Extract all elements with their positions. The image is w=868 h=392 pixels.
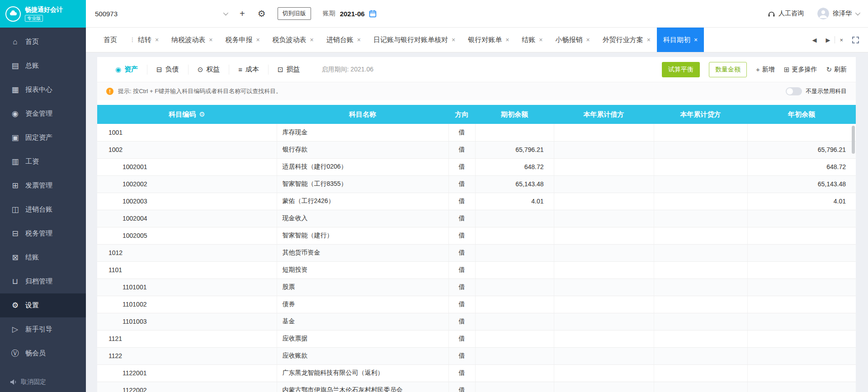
cell-code: 1002004 bbox=[97, 210, 277, 227]
tab-close-icon[interactable]: × bbox=[647, 36, 651, 43]
scrollbar-thumb[interactable] bbox=[852, 126, 855, 154]
tab[interactable]: 进销台账 × bbox=[320, 28, 367, 52]
tab-scroll-right-icon[interactable]: ▶ bbox=[821, 37, 835, 43]
cell-year-begin: 4.01 bbox=[747, 193, 856, 210]
table-row[interactable]: 1002001 适居科技（建行0206） 借 648.72 648.72 bbox=[97, 158, 856, 175]
table-row[interactable]: 1122002 内蒙古鄂市伊旗乌兰木伦石灰村村民委员会 借 bbox=[97, 382, 856, 392]
tab[interactable]: 小畅报销 × bbox=[549, 28, 596, 52]
table-row[interactable]: 1121 应收票据 借 bbox=[97, 330, 856, 347]
sidebar-item[interactable]: ⊔ 归档管理 bbox=[0, 269, 86, 293]
more-operations-button[interactable]: ⊞ 更多操作 bbox=[784, 66, 817, 74]
unpin-button[interactable]: 取消固定 bbox=[10, 378, 46, 386]
tab[interactable]: 银行对账单 × bbox=[462, 28, 515, 52]
fullscreen-icon[interactable] bbox=[848, 37, 863, 43]
sidebar-item[interactable]: ⊟ 税务管理 bbox=[0, 222, 86, 246]
cell-ytd-credit bbox=[654, 175, 747, 193]
table-row[interactable]: 1101003 基金 借 bbox=[97, 313, 856, 330]
category-tab[interactable]: ⊡ 损益 bbox=[269, 65, 309, 75]
tab[interactable]: 结账 × bbox=[515, 28, 549, 52]
cell-ytd-credit bbox=[654, 382, 747, 392]
sidebar-item[interactable]: ⚙ 设置 bbox=[0, 293, 86, 317]
cell-name: 广东黑龙智能科技有限公司（返利） bbox=[277, 364, 448, 382]
table-header-row: 科目编码 ⚙ 科目名称 方向 期初余额 本年累计借方 本年累计贷方 年初余额 bbox=[97, 105, 856, 124]
table-row[interactable]: 1002005 智家智能（建行） 借 bbox=[97, 227, 856, 244]
sidebar-item[interactable]: ▥ 工资 bbox=[0, 150, 86, 174]
cell-code: 1002002 bbox=[97, 175, 277, 193]
category-tab[interactable]: ≡ 成本 bbox=[229, 65, 269, 75]
refresh-button[interactable]: ↻ 刷新 bbox=[826, 66, 847, 74]
tab-label: 纳税波动表 bbox=[171, 36, 205, 44]
tab[interactable]: 外贸行业方案 × bbox=[596, 28, 657, 52]
user-menu[interactable]: 徐泽华 bbox=[817, 8, 859, 19]
quantity-amount-button[interactable]: 数量金额 bbox=[709, 62, 747, 77]
sidebar-item[interactable]: ◉ 资金管理 bbox=[0, 102, 86, 126]
table-row[interactable]: 1002003 蒙佑（工行2426） 借 4.01 4.01 bbox=[97, 193, 856, 210]
period-value[interactable]: 2021-06 bbox=[340, 10, 365, 18]
sidebar-item[interactable]: ◫ 进销台账 bbox=[0, 198, 86, 222]
tab-close-icon[interactable]: × bbox=[256, 36, 259, 43]
calendar-icon[interactable] bbox=[369, 10, 377, 18]
tab[interactable]: ⋮ 结转 × bbox=[123, 28, 165, 52]
sidebar-item[interactable]: ⊠ 结账 bbox=[0, 246, 86, 269]
category-tab[interactable]: ◉ 资产 bbox=[106, 65, 147, 75]
sidebar-item[interactable]: ▷ 新手引导 bbox=[0, 317, 86, 341]
table-row[interactable]: 1002002 智家智能（工行8355） 借 65,143.48 65,143.… bbox=[97, 175, 856, 193]
speaker-icon bbox=[10, 379, 17, 385]
sidebar-item[interactable]: ⌂ 首页 bbox=[0, 30, 86, 54]
support-button[interactable]: 人工咨询 bbox=[768, 9, 804, 18]
trial-balance-button[interactable]: 试算平衡 bbox=[662, 62, 700, 77]
tab[interactable]: 税负波动表 × bbox=[266, 28, 320, 52]
tab-scroll-left-icon[interactable]: ◀ bbox=[807, 37, 821, 43]
sidebar-item[interactable]: ▣ 固定资产 bbox=[0, 126, 86, 150]
tab-close-icon[interactable]: × bbox=[310, 36, 314, 43]
subjects-table: 科目编码 ⚙ 科目名称 方向 期初余额 本年累计借方 本年累计贷方 年初余额 bbox=[97, 105, 856, 392]
cell-ytd-debit bbox=[554, 279, 654, 296]
sidebar-item[interactable]: ▤ 总账 bbox=[0, 54, 86, 78]
tab-label: 结账 bbox=[522, 36, 535, 44]
tab[interactable]: 科目期初 × bbox=[657, 28, 704, 52]
plus-icon[interactable]: + bbox=[240, 9, 245, 18]
category-tab[interactable]: ⊟ 负债 bbox=[147, 65, 189, 75]
tab-controls: ◀ ▶ × bbox=[807, 28, 868, 52]
tab[interactable]: 纳税波动表 × bbox=[165, 28, 219, 52]
sidebar-item[interactable]: ▦ 报表中心 bbox=[0, 78, 86, 102]
table-row[interactable]: 1101001 股票 借 bbox=[97, 279, 856, 296]
table-row[interactable]: 1101002 债券 借 bbox=[97, 296, 856, 313]
table-row[interactable]: 1002004 现金收入 借 bbox=[97, 210, 856, 227]
table-row[interactable]: 1001 库存现金 借 bbox=[97, 124, 856, 141]
company-selector[interactable]: 500973 bbox=[95, 10, 227, 18]
gear-icon[interactable]: ⚙ bbox=[258, 9, 266, 18]
table-row[interactable]: 1122 应收账款 借 bbox=[97, 347, 856, 364]
tab-close-icon[interactable]: × bbox=[357, 36, 361, 43]
table-row[interactable]: 1101 短期投资 借 bbox=[97, 261, 856, 279]
sidebar-item[interactable]: ⊞ 发票管理 bbox=[0, 174, 86, 198]
cell-year-begin bbox=[747, 210, 856, 227]
tab[interactable]: 日记账与银行对账单核对 × bbox=[367, 28, 462, 52]
tab-label: 外贸行业方案 bbox=[603, 36, 643, 44]
table-row[interactable]: 1012 其他货币资金 借 bbox=[97, 244, 856, 261]
cell-opening bbox=[475, 244, 554, 261]
tab[interactable]: 首页 × bbox=[97, 28, 123, 52]
tab-close-icon[interactable]: × bbox=[505, 36, 509, 43]
tab-close-icon[interactable]: × bbox=[209, 36, 212, 43]
sidebar-item-icon: ◫ bbox=[11, 205, 19, 214]
category-tab[interactable]: ⊙ 权益 bbox=[189, 65, 230, 75]
tab-close-icon[interactable]: × bbox=[586, 36, 590, 43]
table-row[interactable]: 1122001 广东黑龙智能科技有限公司（返利） 借 bbox=[97, 364, 856, 382]
hide-disabled-toggle[interactable] bbox=[786, 87, 802, 95]
tab[interactable]: 税务申报 × bbox=[219, 28, 266, 52]
tab-close-icon[interactable]: × bbox=[539, 36, 542, 43]
cell-ytd-debit bbox=[554, 175, 654, 193]
table-row[interactable]: 1002 银行存款 借 65,796.21 65,796.21 bbox=[97, 141, 856, 158]
grid-icon: ⊞ bbox=[784, 66, 790, 74]
column-settings-icon[interactable]: ⚙ bbox=[199, 110, 205, 118]
sidebar-item[interactable]: Ⓥ 畅会员 bbox=[0, 341, 86, 365]
tab-close-icon[interactable]: × bbox=[452, 36, 455, 43]
close-tabs-icon[interactable]: × bbox=[835, 37, 848, 43]
cell-name: 库存现金 bbox=[277, 124, 448, 141]
switch-old-version-button[interactable]: 切到旧版 bbox=[278, 7, 311, 20]
cell-code: 1101002 bbox=[97, 296, 277, 313]
tab-close-icon[interactable]: × bbox=[155, 36, 159, 43]
add-new-button[interactable]: + 新增 bbox=[756, 66, 775, 74]
tab-close-icon[interactable]: × bbox=[694, 36, 698, 43]
